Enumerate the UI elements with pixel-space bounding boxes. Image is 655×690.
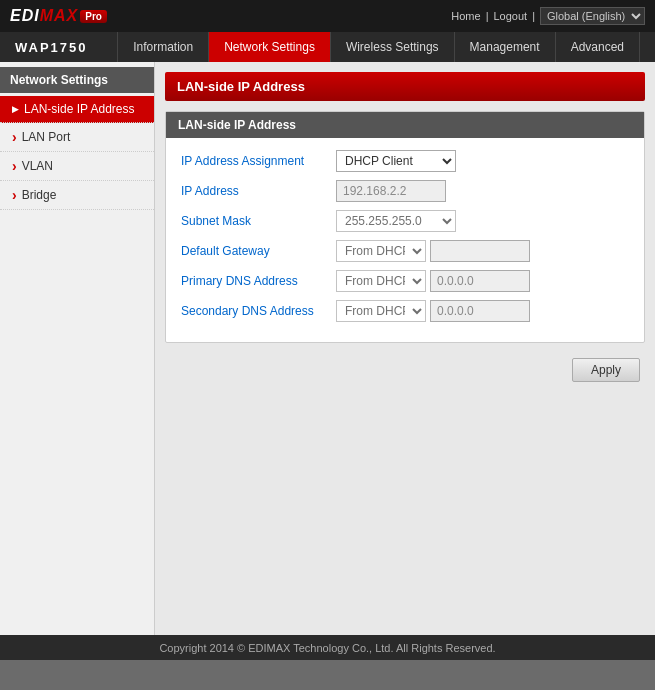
tab-network-settings[interactable]: Network Settings (209, 32, 331, 62)
input-ip-address[interactable] (336, 180, 446, 202)
control-ip-assignment: DHCP Client (336, 150, 456, 172)
content-wrapper: Network Settings LAN-side IP Address LAN… (0, 62, 655, 635)
header-right: Home | Logout | Global (English) (451, 7, 645, 25)
logo-area: EDIMAX Pro (10, 7, 107, 25)
label-default-gateway: Default Gateway (181, 244, 336, 258)
sidebar-item-lan-port[interactable]: LAN Port (0, 123, 154, 152)
sidebar-item-vlan[interactable]: VLAN (0, 152, 154, 181)
label-ip-address: IP Address (181, 184, 336, 198)
logo-edi-text: EDI (10, 7, 40, 24)
separator-1: | (486, 10, 489, 22)
select-ip-assignment[interactable]: DHCP Client (336, 150, 456, 172)
select-subnet-mask[interactable]: 255.255.255.0 (336, 210, 456, 232)
form-row-primary-dns: Primary DNS Address From DHCP (181, 270, 629, 292)
label-ip-assignment: IP Address Assignment (181, 154, 336, 168)
logo-pro-badge: Pro (80, 10, 107, 23)
sidebar-item-label: LAN-side IP Address (24, 102, 135, 116)
footer: Copyright 2014 © EDIMAX Technology Co., … (0, 635, 655, 660)
control-ip-address (336, 180, 446, 202)
apply-button[interactable]: Apply (572, 358, 640, 382)
form-row-default-gateway: Default Gateway From DHCP (181, 240, 629, 262)
label-subnet-mask: Subnet Mask (181, 214, 336, 228)
sidebar-item-label: VLAN (22, 159, 53, 173)
control-default-gateway: From DHCP (336, 240, 530, 262)
tab-management[interactable]: Management (455, 32, 556, 62)
section-body: IP Address Assignment DHCP Client IP Add… (166, 138, 644, 342)
language-select[interactable]: Global (English) (540, 7, 645, 25)
input-secondary-dns[interactable] (430, 300, 530, 322)
apply-row: Apply (165, 358, 645, 382)
tab-advanced[interactable]: Advanced (556, 32, 640, 62)
form-row-subnet-mask: Subnet Mask 255.255.255.0 (181, 210, 629, 232)
sidebar: Network Settings LAN-side IP Address LAN… (0, 62, 155, 635)
copyright-text: Copyright 2014 © EDIMAX Technology Co., … (159, 642, 495, 654)
main-content: LAN-side IP Address LAN-side IP Address … (155, 62, 655, 635)
header: EDIMAX Pro Home | Logout | Global (Engli… (0, 0, 655, 32)
separator-2: | (532, 10, 535, 22)
sidebar-title: Network Settings (0, 67, 154, 93)
sidebar-item-lan-side-ip[interactable]: LAN-side IP Address (0, 96, 154, 123)
select-primary-dns[interactable]: From DHCP (336, 270, 426, 292)
control-primary-dns: From DHCP (336, 270, 530, 292)
select-secondary-dns[interactable]: From DHCP (336, 300, 426, 322)
page-title: LAN-side IP Address (165, 72, 645, 101)
sidebar-item-label: Bridge (22, 188, 57, 202)
control-subnet-mask: 255.255.255.0 (336, 210, 456, 232)
control-secondary-dns: From DHCP (336, 300, 530, 322)
model-bar: WAP1750 Information Network Settings Wir… (0, 32, 655, 62)
label-secondary-dns: Secondary DNS Address (181, 304, 336, 318)
logout-link[interactable]: Logout (493, 10, 527, 22)
tab-information[interactable]: Information (117, 32, 209, 62)
section-header: LAN-side IP Address (166, 112, 644, 138)
select-default-gateway[interactable]: From DHCP (336, 240, 426, 262)
section-box: LAN-side IP Address IP Address Assignmen… (165, 111, 645, 343)
sidebar-item-label: LAN Port (22, 130, 71, 144)
label-primary-dns: Primary DNS Address (181, 274, 336, 288)
sidebar-item-bridge[interactable]: Bridge (0, 181, 154, 210)
input-default-gateway[interactable] (430, 240, 530, 262)
form-row-secondary-dns: Secondary DNS Address From DHCP (181, 300, 629, 322)
home-link[interactable]: Home (451, 10, 480, 22)
form-row-ip-assignment: IP Address Assignment DHCP Client (181, 150, 629, 172)
model-name: WAP1750 (15, 40, 88, 55)
form-row-ip-address: IP Address (181, 180, 629, 202)
nav-tabs: Information Network Settings Wireless Se… (117, 32, 640, 62)
input-primary-dns[interactable] (430, 270, 530, 292)
logo-edimax: EDIMAX (10, 7, 78, 25)
logo-max-text: MAX (40, 7, 79, 24)
tab-wireless-settings[interactable]: Wireless Settings (331, 32, 455, 62)
